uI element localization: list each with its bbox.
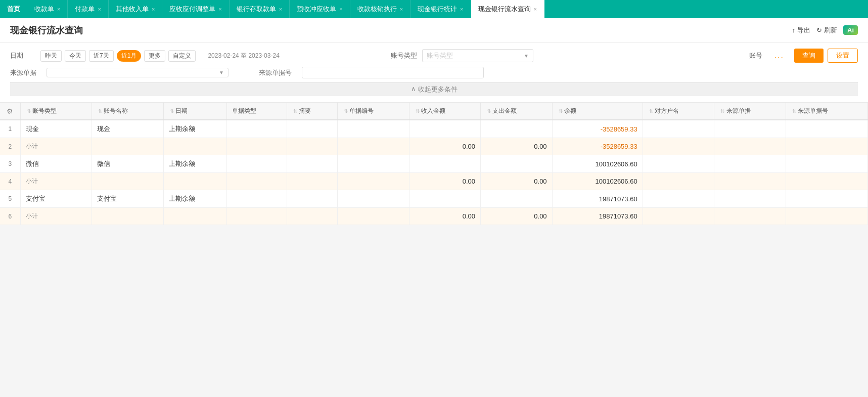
source-doc-label: 来源单据 (10, 68, 36, 77)
cell-account-name: 现金 (92, 120, 164, 138)
date-btn-自定义[interactable]: 自定义 (168, 50, 196, 62)
account-type-select[interactable]: 账号类型 ▼ (422, 49, 533, 62)
sort-icon[interactable]: ⇅ (649, 108, 653, 114)
cell-account-type: 支付宝 (20, 190, 92, 208)
source-doc-num-label: 来源单据号 (259, 68, 292, 77)
cell-account-type: 小计 (20, 173, 92, 190)
sort-icon[interactable]: ⇅ (27, 108, 31, 114)
gear-icon[interactable]: ⚙ (7, 107, 13, 115)
col-doc-type: 单据类型 (227, 103, 287, 120)
nav-tab-现金银行流水查询[interactable]: 现金银行流水查询× (471, 0, 544, 18)
col-settings[interactable]: ⚙ (0, 103, 20, 120)
cell-idx: 2 (0, 138, 20, 155)
col-source-doc: ⇅ 来源单据 (714, 103, 786, 120)
nav-tab-收款单[interactable]: 收款单× (27, 0, 68, 18)
page-title: 现金银行流水查询 (10, 24, 83, 36)
table-container: ⚙ ⇅ 账号类型 ⇅ 账号名称 ⇅ 日期 单据类型 ⇅ 摘要 ⇅ 单据编号 ⇅ … (0, 103, 868, 225)
source-doc-select[interactable]: ▼ (47, 68, 229, 77)
tab-close-icon[interactable]: × (98, 6, 101, 12)
sort-icon[interactable]: ⇅ (792, 108, 796, 114)
nav-tab-收款核销执行[interactable]: 收款核销执行× (350, 0, 410, 18)
nav-tab-付款单[interactable]: 付款单× (68, 0, 108, 18)
cell-source-doc-no (786, 155, 867, 173)
sort-icon[interactable]: ⇅ (559, 108, 563, 114)
cell-counterpart (643, 173, 714, 190)
sort-icon[interactable]: ⇅ (487, 108, 491, 114)
nav-tab-银行存取款单[interactable]: 银行存取款单× (230, 0, 290, 18)
cell-doc-type (227, 173, 287, 190)
cell-doc-no (337, 173, 409, 190)
settings-button[interactable]: 设置 (828, 49, 858, 63)
date-btn-近7天[interactable]: 近7天 (89, 50, 114, 62)
tab-close-icon[interactable]: × (152, 6, 155, 12)
refresh-button[interactable]: ↻ 刷新 (816, 26, 837, 35)
cell-income (409, 155, 481, 173)
account-dots[interactable]: ... (774, 51, 784, 60)
table-row: 4小计0.000.00100102606.60 (0, 173, 868, 190)
tab-close-icon[interactable]: × (218, 6, 221, 12)
tab-close-icon[interactable]: × (400, 6, 403, 12)
sort-icon[interactable]: ⇅ (293, 108, 297, 114)
sort-icon[interactable]: ⇅ (416, 108, 420, 114)
cell-doc-type (227, 120, 287, 138)
date-btn-昨天[interactable]: 昨天 (40, 50, 62, 62)
ai-button[interactable]: Ai (843, 25, 858, 35)
cell-counterpart (643, 138, 714, 155)
cell-doc-no (337, 138, 409, 155)
sort-icon[interactable]: ⇅ (344, 108, 348, 114)
refresh-label: 刷新 (824, 26, 837, 35)
tab-close-icon[interactable]: × (339, 6, 342, 12)
cell-account-name: 微信 (92, 155, 164, 173)
cell-expense (481, 155, 553, 173)
nav-tab-label: 付款单 (75, 5, 95, 14)
cell-source-doc-no (786, 120, 867, 138)
table-row: 5支付宝支付宝上期余额19871073.60 (0, 190, 868, 208)
tab-close-icon[interactable]: × (57, 6, 60, 12)
cell-income (409, 120, 481, 138)
nav-tab-其他收入单[interactable]: 其他收入单× (109, 0, 162, 18)
nav-tab-label: 其他收入单 (116, 5, 149, 14)
export-button[interactable]: ↑ 导出 (792, 26, 811, 35)
date-btn-今天[interactable]: 今天 (65, 50, 86, 62)
cell-balance: -3528659.33 (552, 120, 643, 138)
cell-idx: 1 (0, 120, 20, 138)
sort-icon[interactable]: ⇅ (98, 108, 102, 114)
sort-icon[interactable]: ⇅ (170, 108, 174, 114)
date-btn-近1月[interactable]: 近1月 (117, 50, 142, 62)
refresh-icon: ↻ (816, 26, 822, 34)
cell-idx: 5 (0, 190, 20, 208)
cell-summary (287, 138, 337, 155)
table-row: 1现金现金上期余额-3528659.33 (0, 120, 868, 138)
col-source-doc-no: ⇅ 来源单据号 (786, 103, 867, 120)
query-button[interactable]: 查询 (794, 49, 824, 63)
cell-expense: 0.00 (481, 208, 553, 225)
col-balance: ⇅ 余额 (552, 103, 643, 120)
cell-balance: 100102606.60 (552, 155, 643, 173)
cell-source-doc-no (786, 208, 867, 225)
tab-close-icon[interactable]: × (534, 6, 537, 12)
tab-close-icon[interactable]: × (460, 6, 463, 12)
cell-doc-no (337, 155, 409, 173)
cell-source-doc-no (786, 138, 867, 155)
cell-expense (481, 190, 553, 208)
sort-icon[interactable]: ⇅ (720, 108, 724, 114)
source-doc-num-input[interactable] (302, 67, 484, 78)
nav-tab-label: 现金银行流水查询 (478, 5, 531, 14)
tab-close-icon[interactable]: × (279, 6, 282, 12)
page-header: 现金银行流水查询 ↑ 导出 ↻ 刷新 Ai (0, 18, 868, 42)
nav-tab-应收应付调整单[interactable]: 应收应付调整单× (162, 0, 229, 18)
nav-tab-label: 收款核销执行 (357, 5, 397, 14)
nav-tab-预收冲应收单[interactable]: 预收冲应收单× (290, 0, 350, 18)
date-btn-更多[interactable]: 更多 (144, 50, 165, 62)
nav-tab-现金银行统计[interactable]: 现金银行统计× (410, 0, 471, 18)
collapse-button[interactable]: ∧ 收起更多条件 (10, 82, 858, 96)
nav-home[interactable]: 首页 (0, 0, 27, 18)
cell-balance: -3528659.33 (552, 138, 643, 155)
filter-actions: 查询 设置 (794, 49, 858, 63)
cell-date: 上期余额 (163, 120, 226, 138)
source-doc-arrow-icon: ▼ (219, 70, 224, 75)
filter-row-1: 日期 昨天今天近7天近1月更多自定义 2023-02-24 至 2023-03-… (10, 49, 858, 63)
cell-income: 0.00 (409, 208, 481, 225)
cell-account-type: 微信 (20, 155, 92, 173)
cell-doc-no (337, 208, 409, 225)
